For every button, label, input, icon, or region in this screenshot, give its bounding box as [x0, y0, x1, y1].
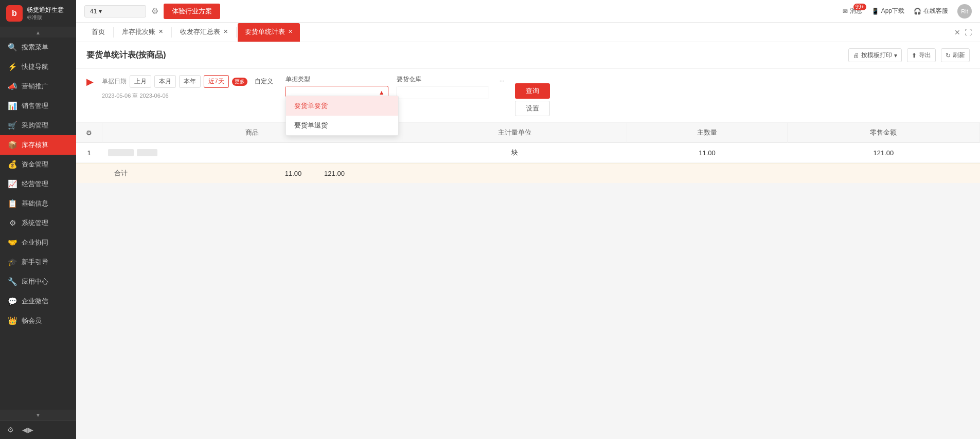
sidebar-icon-12: 🔧 [7, 277, 17, 286]
avatar[interactable]: Rit [957, 4, 972, 19]
sidebar-label-6: 资金管理 [22, 160, 48, 169]
cell-unit-0: 块 [402, 143, 627, 163]
print-chevron-icon: ▾ [894, 52, 897, 59]
date-more-badge[interactable]: 更多 [232, 78, 247, 86]
message-item[interactable]: ✉ 消息 99+ [843, 7, 862, 15]
filter-warehouse-field: 要货仓库 [397, 75, 489, 99]
content-area: 要货单统计表(按商品) 🖨 按模板打印 ▾ ⬆ 导出 ↻ 刷新 ▶ [76, 42, 980, 439]
date-label: 单据日期 [102, 77, 127, 86]
sidebar-label-1: 快捷导航 [22, 62, 48, 71]
export-button[interactable]: ⬆ 导出 [907, 48, 936, 62]
col-amount: 零售金额 [787, 123, 979, 143]
tab-close-1[interactable]: ✕ [158, 28, 163, 35]
sidebar-item-6[interactable]: 💰资金管理 [0, 155, 76, 174]
sidebar-icon-4: 🛒 [7, 121, 17, 130]
tab-3[interactable]: 要货单统计表✕ [238, 23, 300, 42]
sidebar-label-2: 营销推广 [22, 82, 48, 91]
sidebar-icon-11: 🎓 [7, 258, 17, 267]
filter-date-row: 单据日期 上月 本月 本年 近7天 更多 自定义 [102, 75, 277, 88]
sidebar-label-13: 企业微信 [22, 297, 48, 306]
type-input-chevron[interactable]: ▲ [376, 89, 388, 96]
sidebar-logo: b 畅捷通好生意 标准版 [0, 0, 76, 27]
tab-close-2[interactable]: ✕ [223, 28, 228, 35]
sidebar-item-11[interactable]: 🎓新手引导 [0, 252, 76, 272]
filter-date-group: 单据日期 上月 本月 本年 近7天 更多 自定义 2023-05-06 至 20… [102, 75, 277, 100]
query-button[interactable]: 查询 [515, 83, 550, 99]
sidebar-label-0: 搜索菜单 [22, 43, 48, 52]
sidebar-label-5: 库存核算 [22, 140, 48, 150]
sidebar-icon-1: ⚡ [7, 62, 17, 71]
col-settings[interactable]: ⚙ [76, 123, 102, 143]
cell-quantity-0: 11.00 [627, 143, 787, 163]
sidebar-item-5[interactable]: 📦库存核算 [0, 135, 76, 155]
cell-amount-0: 121.00 [787, 143, 979, 163]
collapse-icon[interactable]: ◀▶ [22, 426, 33, 434]
top-header: 41 ▾ ⚙ 体验行业方案 ✉ 消息 99+ 📱 App下载 🎧 在线客服 Ri… [76, 0, 980, 23]
sidebar-item-7[interactable]: 📈经营管理 [0, 174, 76, 194]
sidebar-icon-7: 📈 [7, 179, 17, 189]
sidebar-item-9[interactable]: ⚙系统管理 [0, 213, 76, 233]
refresh-button[interactable]: ↻ 刷新 [941, 48, 970, 62]
filter-settings-button[interactable]: 设置 [515, 101, 550, 116]
sidebar-item-13[interactable]: 💬企业微信 [0, 291, 76, 311]
sidebar-item-0[interactable]: 🔍搜索菜单 [0, 38, 76, 57]
message-badge: 99+ [853, 4, 866, 10]
trial-button[interactable]: 体验行业方案 [164, 4, 220, 19]
date-custom-btn[interactable]: 自定义 [251, 76, 277, 87]
sidebar-item-1[interactable]: ⚡快捷导航 [0, 57, 76, 77]
main-area: 41 ▾ ⚙ 体验行业方案 ✉ 消息 99+ 📱 App下载 🎧 在线客服 Ri… [76, 0, 980, 439]
sidebar-item-12[interactable]: 🔧应用中心 [0, 272, 76, 291]
sidebar-label-11: 新手引导 [22, 258, 48, 267]
tab-0[interactable]: 首页 [84, 23, 112, 42]
sidebar-item-4[interactable]: 🛒采购管理 [0, 116, 76, 135]
warehouse-input[interactable] [397, 86, 489, 99]
company-select[interactable]: 41 ▾ [84, 5, 146, 17]
sidebar-item-10[interactable]: 🤝企业协同 [0, 233, 76, 252]
filter-actions: 查询 设置 [515, 83, 550, 116]
sidebar-item-14[interactable]: 👑畅会员 [0, 311, 76, 331]
dropdown-item-1[interactable]: 要货单要货 [286, 96, 398, 116]
date-btn-this-year[interactable]: 本年 [179, 75, 201, 88]
refresh-icon: ↻ [946, 52, 951, 59]
service-icon: 🎧 [914, 8, 921, 15]
sidebar-item-8[interactable]: 📋基础信息 [0, 194, 76, 213]
sidebar-item-3[interactable]: 📊销售管理 [0, 96, 76, 116]
sidebar-scroll-down[interactable]: ▼ [0, 410, 76, 420]
sidebar-icon-5: 📦 [7, 140, 17, 150]
tab-bar-right: ✕ ⛶ [954, 28, 972, 36]
app-download-item[interactable]: 📱 App下载 [871, 7, 904, 15]
product-placeholder-2 [137, 149, 157, 156]
col-quantity: 主数量 [627, 123, 787, 143]
sidebar-icon-0: 🔍 [7, 43, 17, 52]
data-table: ⚙ 商品 主计量单位 主数量 零售金额 1 块 11.00 121.00 [76, 123, 980, 163]
sidebar-item-2[interactable]: 📣营销推广 [0, 77, 76, 96]
date-btn-this-month[interactable]: 本月 [154, 75, 176, 88]
filter-type-field: 单据类型 ▲ 要货单要货 要货单退货 [286, 75, 388, 99]
filter-bar: ▶ 单据日期 上月 本月 本年 近7天 更多 自定义 2023-05-06 至 … [76, 69, 980, 123]
gear-icon[interactable]: ⚙ [86, 129, 92, 137]
filter-more-icon[interactable]: ··· [497, 75, 507, 86]
settings-icon[interactable]: ⚙ [7, 426, 14, 434]
print-button[interactable]: 🖨 按模板打印 ▾ [848, 48, 902, 62]
online-service-item[interactable]: 🎧 在线客服 [914, 7, 948, 15]
sidebar-label-12: 应用中心 [22, 277, 48, 286]
page-title: 要货单统计表(按商品) [86, 50, 166, 61]
tab-close-3[interactable]: ✕ [288, 28, 293, 35]
tab-1[interactable]: 库存批次账✕ [115, 23, 170, 42]
sidebar-scroll-up[interactable]: ▲ [0, 27, 76, 38]
footer-quantity: 11.00 [273, 170, 314, 177]
dropdown-item-2[interactable]: 要货单退货 [286, 116, 398, 135]
sidebar-icon-2: 📣 [7, 82, 17, 91]
sidebar-label-14: 畅会员 [22, 316, 42, 325]
sidebar-icon-3: 📊 [7, 101, 17, 111]
header-settings-icon[interactable]: ⚙ [151, 6, 158, 16]
tab-maximize-icon[interactable]: ⛶ [965, 28, 972, 36]
table-footer: 合计 11.00 121.00 [76, 163, 980, 183]
date-btn-last-7-days[interactable]: 近7天 [204, 75, 229, 88]
tab-close-all-icon[interactable]: ✕ [954, 28, 960, 36]
tab-2[interactable]: 收发存汇总表✕ [173, 23, 235, 42]
message-icon: ✉ [843, 8, 848, 15]
filter-toggle-icon[interactable]: ▶ [86, 76, 94, 87]
date-btn-last-month[interactable]: 上月 [130, 75, 151, 88]
warehouse-input-wrap[interactable] [397, 86, 489, 99]
